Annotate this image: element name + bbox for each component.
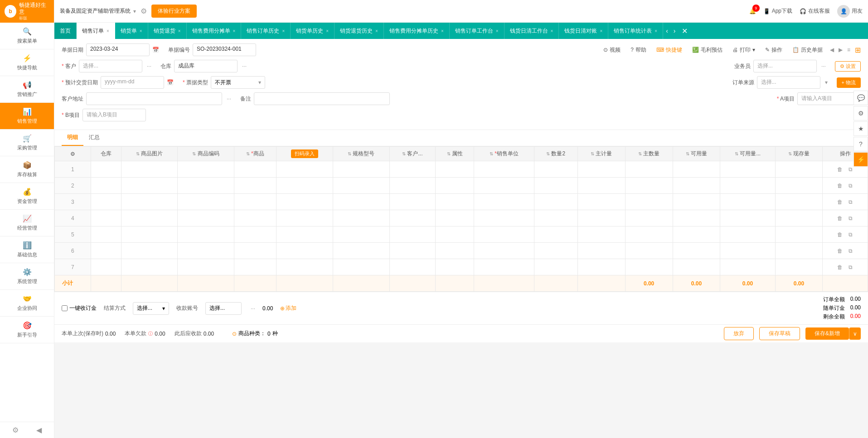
cell-attribute[interactable] [436, 178, 474, 194]
cell-scan[interactable] [276, 226, 333, 243]
cell-warehouse[interactable] [91, 210, 121, 226]
cell-spec[interactable] [333, 178, 389, 194]
cell-available[interactable] [673, 210, 720, 226]
cell-available[interactable] [673, 226, 720, 243]
tab-销售费用分摊单历史[interactable]: 销售费用分摊单历史× [384, 23, 450, 39]
row-delete-icon[interactable]: 🗑 [835, 246, 844, 255]
cell-code[interactable] [178, 178, 234, 194]
tab-销货退货[interactable]: 销货退货× [148, 23, 187, 39]
cell-current[interactable] [775, 161, 823, 178]
cell-qty2[interactable] [534, 194, 577, 210]
cell-main_qty[interactable] [625, 178, 673, 194]
cell-customer_code[interactable] [389, 178, 436, 194]
cell-scan[interactable] [276, 178, 333, 194]
delivery-date-input[interactable]: yyyy-mm-dd [101, 76, 164, 89]
tab-销售订单统计表[interactable]: 销售订单统计表× [608, 23, 663, 39]
cell-customer_code[interactable] [389, 194, 436, 210]
sort-icon[interactable]: ⇅ [402, 151, 406, 156]
row-delete-icon[interactable]: 🗑 [835, 230, 844, 239]
cell-customer_code[interactable] [389, 243, 436, 259]
a-project-input[interactable]: 请输入A项目 [797, 92, 861, 105]
cell-warehouse[interactable] [91, 178, 121, 194]
cell-available2[interactable] [720, 259, 775, 275]
cell-product[interactable] [234, 259, 276, 275]
cell-product[interactable] [234, 194, 276, 210]
tab-销货单历史[interactable]: 销货单历史× [291, 23, 335, 39]
cell-available[interactable] [673, 161, 720, 178]
cell-available2[interactable] [720, 210, 775, 226]
row-delete-icon[interactable]: 🗑 [835, 181, 844, 190]
sidebar-item-快捷导航[interactable]: ⚡ 快捷导航 [0, 49, 54, 76]
cell-attribute[interactable] [436, 161, 474, 178]
receipt-dots-icon[interactable]: ··· [251, 305, 255, 312]
cell-code[interactable] [178, 161, 234, 178]
cell-available[interactable] [673, 259, 720, 275]
sidebar-item-采购管理[interactable]: 🛒 采购管理 [0, 130, 54, 156]
cell-qty2[interactable] [534, 178, 577, 194]
cell-product[interactable] [234, 226, 276, 243]
cell-spec[interactable] [333, 194, 389, 210]
cell-available[interactable] [673, 178, 720, 194]
one-click-checkbox[interactable] [62, 305, 68, 311]
shortcut-btn[interactable]: ⌨ 快捷键 [654, 45, 685, 55]
sort-icon[interactable]: ⇅ [735, 151, 738, 156]
b-project-input[interactable]: 请输入B项目 [82, 109, 146, 121]
view-video-btn[interactable]: ⊙ 视频 [601, 45, 623, 55]
tabbar-prev-icon[interactable]: ‹ [663, 27, 671, 34]
cell-image[interactable] [121, 178, 177, 194]
warehouse-input[interactable]: 成品库 [174, 60, 238, 72]
sidebar-item-资金管理[interactable]: 💰 资金管理 [0, 183, 54, 210]
row-copy-icon[interactable]: ⧉ [846, 246, 855, 255]
cell-scan[interactable] [276, 210, 333, 226]
expand-icon[interactable]: ⊞ [855, 46, 861, 54]
tab-close-icon[interactable]: × [178, 29, 181, 34]
settings-btn[interactable]: ⚙ ⚙ 设置设置 [835, 61, 861, 72]
cell-customer_code[interactable] [389, 226, 436, 243]
date-input[interactable]: 2023-03-24 [86, 43, 150, 56]
user-menu[interactable]: 👤 用友 [837, 5, 863, 18]
cell-available[interactable] [673, 194, 720, 210]
cell-product[interactable] [234, 178, 276, 194]
row-copy-icon[interactable]: ⧉ [846, 263, 855, 272]
cell-unit[interactable] [474, 210, 534, 226]
cell-available2[interactable] [720, 194, 775, 210]
cell-main_qty[interactable] [625, 226, 673, 243]
settings-col-icon[interactable]: ⚙ [70, 151, 75, 157]
cell-scan[interactable] [276, 243, 333, 259]
tab-销货单[interactable]: 销货单× [115, 23, 148, 39]
tab-close-icon[interactable]: × [655, 29, 657, 34]
cell-qty2[interactable] [534, 210, 577, 226]
tab-销货退货历史[interactable]: 销货退货历史× [335, 23, 384, 39]
cell-customer_code[interactable] [389, 210, 436, 226]
tab-close-icon[interactable]: × [326, 29, 329, 34]
cell-main_unit[interactable] [577, 161, 625, 178]
cell-warehouse[interactable] [91, 161, 121, 178]
sidebar-item-搜索菜单[interactable]: 🔍 搜索菜单 [0, 23, 54, 49]
calendar-icon[interactable]: 📅 [152, 47, 159, 53]
cell-product[interactable] [234, 243, 276, 259]
cell-unit[interactable] [474, 161, 534, 178]
cell-unit[interactable] [474, 259, 534, 275]
sort-icon[interactable]: ⇅ [546, 151, 550, 156]
cell-unit[interactable] [474, 226, 534, 243]
customer-address-input[interactable] [86, 92, 222, 105]
number-input[interactable]: SO-20230324-001 [193, 43, 256, 56]
cell-available2[interactable] [720, 178, 775, 194]
sort-icon[interactable]: ⇅ [246, 151, 250, 156]
cell-attribute[interactable] [436, 243, 474, 259]
salesperson-dots-icon[interactable]: ··· [821, 63, 826, 69]
online-support-link[interactable]: 🎧 在线客服 [800, 7, 830, 15]
tab-close-icon[interactable]: × [600, 29, 602, 34]
sub-tab-明细[interactable]: 明细 [62, 130, 83, 146]
cell-main_unit[interactable] [577, 226, 625, 243]
cell-main_unit[interactable] [577, 243, 625, 259]
tab-销售订单[interactable]: 销售订单× [77, 23, 115, 39]
sort-icon[interactable]: ⇅ [447, 151, 451, 156]
sidebar-item-库存核算[interactable]: 📦 库存核算 [0, 156, 54, 183]
cell-available2[interactable] [720, 226, 775, 243]
tab-钱货日清对账[interactable]: 钱货日清对账× [559, 23, 608, 39]
receipt-account-select[interactable]: 选择... [205, 302, 242, 315]
cell-current[interactable] [775, 178, 823, 194]
cell-main_unit[interactable] [577, 194, 625, 210]
sidebar-item-经营管理[interactable]: 📈 经营管理 [0, 210, 54, 236]
